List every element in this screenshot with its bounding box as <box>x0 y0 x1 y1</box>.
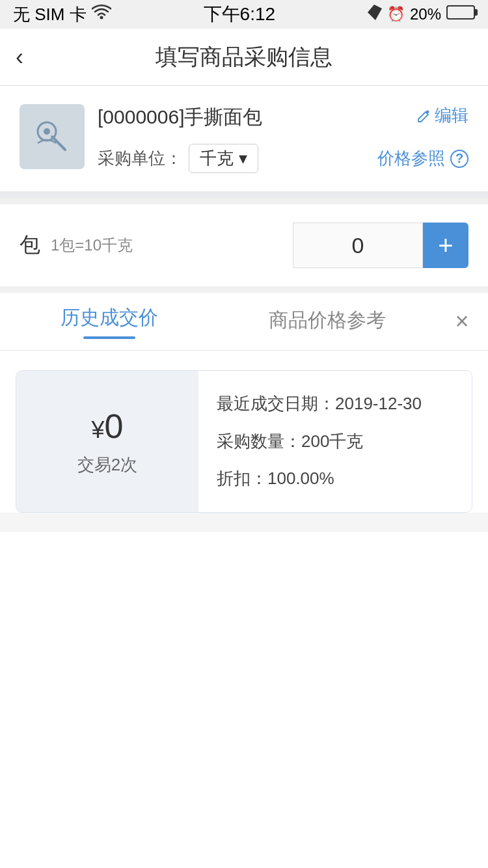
status-time: 下午6:12 <box>204 2 276 27</box>
price-transaction-count: 交易2次 <box>77 454 137 476</box>
svg-line-4 <box>52 137 65 150</box>
tab-history-price[interactable]: 历史成交价 <box>0 293 218 350</box>
tabs-row: 历史成交价 商品价格参考 × <box>0 293 488 351</box>
status-right: ⏰ 20% <box>368 5 475 24</box>
bottom-panel: 历史成交价 商品价格参考 × ¥0 交易2次 最近成交日期：2019-12-30… <box>0 286 488 513</box>
status-bar: 无 SIM 卡 下午6:12 ⏰ 20% <box>0 0 488 29</box>
price-discount: 折扣：100.00% <box>217 465 454 493</box>
sim-text: 无 SIM 卡 <box>13 3 87 26</box>
product-name: [0000006]手撕面包 <box>98 104 262 131</box>
section-divider <box>0 191 488 198</box>
quantity-input[interactable] <box>293 223 423 268</box>
nav-header: ‹ 填写商品采购信息 <box>0 29 488 86</box>
quantity-label: 包 1包=10千克 <box>20 231 133 260</box>
quantity-input-area: + <box>293 223 468 268</box>
status-left: 无 SIM 卡 <box>13 3 111 26</box>
price-quantity: 采购数量：200千克 <box>217 428 454 455</box>
tab-close-button[interactable]: × <box>436 293 488 350</box>
price-card: ¥0 交易2次 最近成交日期：2019-12-30 采购数量：200千克 折扣：… <box>16 370 472 513</box>
product-thumbnail <box>20 104 85 169</box>
price-recent-date: 最近成交日期：2019-12-30 <box>217 390 454 418</box>
quantity-section: 包 1包=10千克 + <box>0 198 488 286</box>
unit-selector[interactable]: 千克 ▾ <box>189 144 258 173</box>
price-amount: ¥0 <box>92 407 124 446</box>
content-area <box>0 532 488 868</box>
battery-percent: 20% <box>410 5 441 23</box>
price-card-left: ¥0 交易2次 <box>16 371 198 512</box>
location-icon <box>368 5 382 24</box>
product-card: [0000006]手撕面包 编辑 采购单位： 千克 ▾ 价格参照 ? <box>0 86 488 191</box>
dropdown-arrow-icon: ▾ <box>239 148 247 169</box>
price-reference-button[interactable]: 价格参照 ? <box>377 147 468 170</box>
battery-icon <box>446 5 475 23</box>
edit-button[interactable]: 编辑 <box>416 104 468 127</box>
back-button[interactable]: ‹ <box>16 44 23 71</box>
unit-label: 采购单位： 千克 ▾ <box>98 144 258 173</box>
info-icon: ? <box>450 150 468 168</box>
svg-marker-1 <box>368 5 382 20</box>
wifi-icon <box>92 5 111 25</box>
quantity-plus-button[interactable]: + <box>423 223 468 268</box>
quantity-unit-hint: 1包=10千克 <box>51 235 133 256</box>
product-details: [0000006]手撕面包 编辑 采购单位： 千克 ▾ 价格参照 ? <box>98 104 468 173</box>
page-title: 填写商品采购信息 <box>156 42 332 72</box>
tab-price-reference[interactable]: 商品价格参考 <box>218 293 436 350</box>
svg-point-0 <box>100 16 103 19</box>
svg-point-3 <box>44 128 50 135</box>
tab-underline <box>83 336 135 339</box>
alarm-icon: ⏰ <box>387 6 405 23</box>
price-card-right: 最近成交日期：2019-12-30 采购数量：200千克 折扣：100.00% <box>198 371 472 512</box>
